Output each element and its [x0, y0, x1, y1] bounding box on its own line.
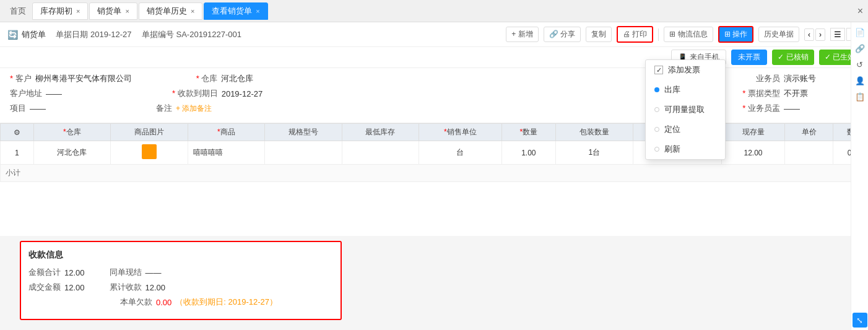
invoice-checkbox[interactable]: ✓	[654, 66, 663, 74]
sidebar-icon-link[interactable]: 🔗	[853, 41, 867, 56]
prev-arrow[interactable]: ‹	[804, 28, 814, 41]
form-row-1: 客户 柳州粤港平安气体有限公司 仓库 河北仓库 业务员 演示账号	[10, 73, 858, 84]
close-tab-inventory[interactable]: ×	[76, 7, 80, 15]
transaction-label: 成交金额	[28, 282, 61, 293]
payment-row-2: 成交金额 12.00 累计收款 12.00	[28, 282, 333, 293]
tab-sales[interactable]: 销货单 ×	[89, 2, 137, 20]
tab-inventory[interactable]: 库存期初 ×	[32, 2, 88, 20]
due-note: （收款到期日: 2019-12-27）	[175, 297, 277, 308]
ticket-type-label: 票据类型	[742, 88, 780, 99]
doc-date-value: 2019-12-27	[90, 30, 132, 39]
close-tab-sales[interactable]: ×	[125, 7, 129, 15]
project-label: 项目	[10, 103, 26, 114]
divider	[658, 28, 659, 41]
close-tab-view-sales[interactable]: ×	[256, 7, 259, 15]
close-tab-sales-history[interactable]: ×	[191, 7, 194, 15]
col-gear[interactable]: ⚙	[1, 124, 34, 141]
list-view-button[interactable]: ☰	[830, 28, 845, 41]
same-order-value: ——	[145, 268, 162, 277]
history-button[interactable]: 历史单据	[758, 27, 799, 42]
not-opened-button[interactable]: 未开票	[731, 50, 767, 65]
right-sidebar: 📄 🔗 ↺ 👤 📋 ⤡	[851, 22, 868, 330]
dropdown-item-available[interactable]: 可用量提取	[646, 100, 725, 119]
cell-product: 嘻嘻嘻嘻	[188, 141, 265, 165]
tab-view-sales-label: 查看销货单	[212, 6, 252, 17]
add-note-button[interactable]: + 添加备注	[176, 103, 212, 114]
table-section: ⚙ *仓库 商品图片 *商品 规格型号 最低库存 *销售单位 *数量 包装数量 …	[0, 123, 868, 236]
not-opened-label: 未开票	[738, 52, 760, 63]
add-button[interactable]: + 新增	[506, 27, 538, 42]
same-order-label: 同单现结	[110, 267, 142, 278]
doc-meta: 单据日期 2019-12-27 单据编号 SA-20191227-001	[56, 29, 241, 40]
ticket-type-value: 不开票	[784, 88, 858, 99]
outbound-label: 出库	[664, 84, 680, 95]
transaction-value: 12.00	[64, 283, 85, 292]
payment-wrapper: 收款信息 金额合计 12.00 同单现结 —— 成交金额 12.00	[0, 236, 868, 330]
dropdown-item-locate[interactable]: 定位	[646, 119, 725, 139]
doc-number-label: 单据编号	[142, 29, 174, 40]
confirmed-button[interactable]: ✓ 已核销	[772, 50, 814, 65]
dropdown-item-invoice[interactable]: ✓ 添加发票	[646, 60, 725, 80]
logistics-button[interactable]: ⊞ 物流信息	[664, 27, 713, 42]
available-dot	[654, 107, 659, 112]
sidebar-icon-expand[interactable]: ⤡	[853, 313, 867, 328]
col-price: 单价	[784, 124, 833, 141]
cell-pack-qty: 1台	[556, 141, 633, 165]
share-button[interactable]: 🔗 分享	[544, 27, 581, 42]
tab-sales-history-label: 销货单历史	[147, 6, 187, 17]
employee-field: 业务员 演示账号	[756, 73, 858, 84]
print-button[interactable]: 🖨 打印	[617, 26, 653, 43]
dropdown-item-refresh[interactable]: 刷新	[646, 139, 725, 159]
locate-dot	[654, 127, 659, 132]
address-field: 客户地址 ——	[10, 88, 120, 99]
amount-total-item: 金额合计 12.00	[28, 267, 85, 278]
payment-section: 收款信息 金额合计 12.00 同单现结 —— 成交金额 12.00	[20, 241, 342, 320]
amount-total-value: 12.00	[64, 268, 85, 277]
salesman-value: ——	[784, 104, 858, 113]
locate-label: 定位	[664, 124, 680, 135]
sidebar-icon-list[interactable]: 📋	[853, 89, 867, 104]
amount-total-label: 金额合计	[28, 267, 61, 278]
copy-button[interactable]: 复制	[586, 27, 612, 42]
ticket-type-field: 票据类型 不开票	[742, 88, 858, 99]
sidebar-icon-refresh[interactable]: ↺	[853, 57, 867, 72]
subtotal-label: 小计	[1, 165, 868, 182]
current-due-value: 0.00	[156, 298, 171, 307]
note-label: 备注	[156, 103, 172, 114]
cell-image	[111, 141, 188, 165]
cell-index: 1	[1, 141, 34, 165]
address-label: 客户地址	[10, 88, 42, 99]
due-date-value: 2019-12-27	[222, 89, 296, 98]
outbound-dot	[654, 87, 659, 92]
close-window-button[interactable]: ×	[857, 6, 863, 17]
col-unit: *销售单位	[419, 124, 501, 141]
employee-label: 业务员	[756, 73, 780, 84]
tab-view-sales[interactable]: 查看销货单 ×	[204, 2, 267, 20]
status-bar: 📱 来自手机 未开票 ✓ 已核销 ✓ 已生效	[0, 47, 868, 68]
doc-icon: 🔄	[7, 30, 18, 40]
customer-field: 客户 柳州粤港平安气体有限公司	[10, 73, 132, 84]
payment-title: 收款信息	[28, 250, 333, 261]
cumulative-item: 累计收款 12.00	[110, 282, 166, 293]
table-row: 1 河北仓库 嘻嘻嘻嘻 台 1.00 1台 12.00	[1, 141, 868, 165]
salesman-label: 业务员盂	[742, 103, 780, 114]
tab-home[interactable]: 首页	[5, 6, 31, 17]
sidebar-icon-user[interactable]: 👤	[853, 73, 867, 88]
dropdown-item-outbound[interactable]: 出库	[646, 80, 725, 100]
cell-current-stock: 12.00	[722, 141, 785, 165]
payment-row-1: 金额合计 12.00 同单现结 ——	[28, 267, 333, 278]
ops-button[interactable]: ⊞ 操作	[718, 26, 753, 43]
col-spec: 规格型号	[265, 124, 342, 141]
col-min-stock: 最低库存	[342, 124, 419, 141]
next-arrow[interactable]: ›	[815, 28, 825, 41]
cell-price	[784, 141, 833, 165]
tab-sales-history[interactable]: 销货单历史 ×	[139, 2, 202, 20]
current-due-label: 本单欠款	[120, 297, 152, 308]
cumulative-value: 12.00	[145, 283, 166, 292]
note-field: 备注 + 添加备注	[156, 103, 212, 114]
sidebar-icon-doc[interactable]: 📄	[853, 25, 867, 40]
cell-warehouse: 河北仓库	[33, 141, 111, 165]
cell-quantity: 1.00	[501, 141, 555, 165]
warehouse-field: 仓库 河北仓库	[196, 73, 296, 84]
col-pack-qty: 包装数量	[556, 124, 633, 141]
